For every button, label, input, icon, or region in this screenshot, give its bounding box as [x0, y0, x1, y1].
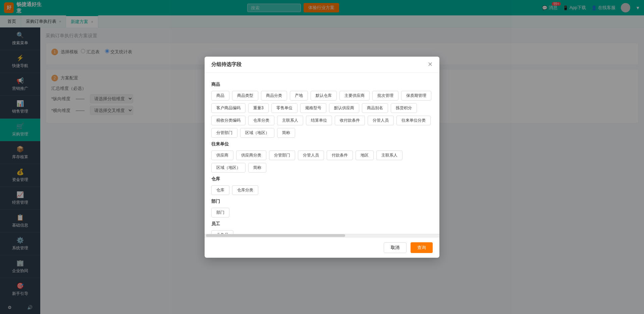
field-main-supplier[interactable]: 主要供应商: [339, 91, 370, 101]
field-expiry-mgmt[interactable]: 保质期管理: [401, 91, 431, 101]
horizontal-scrollbar[interactable]: [205, 234, 439, 237]
field-settlement-unit[interactable]: 结算单位: [306, 116, 332, 125]
section-dept-fields: 部门: [211, 208, 433, 217]
field-supervisor[interactable]: 分管人员: [368, 116, 394, 125]
section-dept-title: 部门: [211, 198, 433, 204]
dialog-header: 分组待选字段 ✕: [205, 57, 439, 73]
section-warehouse-title: 仓库: [211, 176, 433, 182]
field-spec-model[interactable]: 规格型号: [300, 103, 326, 113]
field-goods[interactable]: 商品: [211, 91, 229, 101]
field-salesperson[interactable]: 业务员: [211, 230, 233, 234]
field-supplier-category[interactable]: 供应商分类: [236, 150, 266, 160]
section-partner-title: 往来单位: [211, 141, 433, 147]
field-origin[interactable]: 产地: [290, 91, 308, 101]
field-supervise-dept[interactable]: 分管部门: [269, 150, 295, 160]
section-goods-fields: 商品 商品类型 商品分类 产地 默认仓库 主要供应商 批次管理 保质期管理 客户…: [211, 91, 433, 138]
section-goods-title: 商品: [211, 81, 433, 87]
field-default-warehouse[interactable]: 默认仓库: [311, 91, 337, 101]
section-warehouse-fields: 仓库 仓库分类: [211, 185, 433, 195]
field-tax-code[interactable]: 税收分类编码: [211, 116, 246, 125]
confirm-button[interactable]: 查询: [411, 242, 433, 253]
field-supplier[interactable]: 供应商: [211, 150, 233, 160]
field-area2[interactable]: 区域（地区）: [211, 163, 246, 173]
field-payment-condition[interactable]: 付款条件: [327, 150, 353, 160]
field-partner-category[interactable]: 往来单位分类: [396, 116, 431, 125]
field-region[interactable]: 地区: [356, 150, 374, 160]
field-customer-sku-code[interactable]: 客户商品编码: [211, 103, 246, 113]
field-goods-type[interactable]: 商品类型: [232, 91, 258, 101]
field-pick-score[interactable]: 拣货积分: [391, 103, 417, 113]
field-goods-alias[interactable]: 商品别名: [362, 103, 388, 113]
section-partner-fields: 供应商 供应商分类 分管部门 分管人员 付款条件 地区 主联系人 区域（地区） …: [211, 150, 433, 173]
hscroll-thumb[interactable]: [206, 234, 345, 237]
field-goods-category[interactable]: 商品分类: [261, 91, 287, 101]
field-short-name[interactable]: 简称: [277, 128, 295, 138]
field-select-dialog: 分组待选字段 ✕ 商品 商品 商品类型 商品分类 产地 默认仓库 主要供应商 批…: [205, 57, 439, 258]
dialog-footer: 取消 查询: [205, 237, 439, 258]
field-default-supplier[interactable]: 默认供应商: [329, 103, 359, 113]
section-employee-title: 员工: [211, 221, 433, 227]
field-abbr[interactable]: 简称: [248, 163, 266, 173]
field-batch-mgmt[interactable]: 批次管理: [372, 91, 398, 101]
field-area-region[interactable]: 区域（地区）: [240, 128, 274, 138]
field-main-contact[interactable]: 主联系人: [277, 116, 303, 125]
dialog-title: 分组待选字段: [211, 61, 241, 68]
field-supervise-person[interactable]: 分管人员: [298, 150, 324, 160]
field-main-contact2[interactable]: 主联系人: [376, 150, 402, 160]
cancel-button[interactable]: 取消: [384, 242, 407, 253]
field-department[interactable]: 部门: [211, 208, 229, 217]
field-dept[interactable]: 分管部门: [211, 128, 237, 138]
dialog-body: 商品 商品 商品类型 商品分类 产地 默认仓库 主要供应商 批次管理 保质期管理…: [205, 73, 439, 234]
field-retail-unit[interactable]: 零售单位: [271, 103, 298, 113]
field-warehouse-category[interactable]: 仓库分类: [248, 116, 274, 125]
field-weight3[interactable]: 重量3: [248, 103, 269, 113]
section-employee-fields: 业务员: [211, 230, 433, 234]
field-payment-terms[interactable]: 收付款条件: [335, 116, 365, 125]
field-warehouse-cat[interactable]: 仓库分类: [232, 185, 258, 195]
dialog-overlay: 分组待选字段 ✕ 商品 商品 商品类型 商品分类 产地 默认仓库 主要供应商 批…: [0, 0, 644, 314]
field-warehouse[interactable]: 仓库: [211, 185, 229, 195]
close-icon[interactable]: ✕: [428, 61, 433, 67]
